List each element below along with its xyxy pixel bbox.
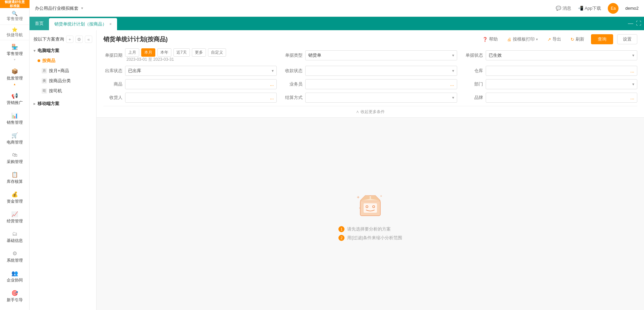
sidebar-item-inventory[interactable]: 📋 库存核算 (0, 168, 29, 188)
settings-button[interactable]: 设置 (617, 34, 637, 44)
base-icon: 🗂 (12, 231, 17, 237)
refresh-button[interactable]: ↻ 刷新 (568, 35, 587, 44)
tree-item-category-label: 按商品分类 (49, 78, 71, 84)
retail-icon: 🏪 (11, 44, 18, 50)
salesperson-label: 业务员 (283, 81, 305, 87)
sidebar-item-finance[interactable]: 💰 资金管理 (0, 188, 29, 208)
sidebar-item-operations[interactable]: 📈 经营管理 (0, 208, 29, 227)
tree-item-month-label: 按月+商品 (49, 68, 69, 74)
sidebar-item-apps[interactable]: 📱 应用中心 (0, 306, 29, 310)
guide-icon: 🎯 (11, 290, 18, 296)
tree-item-by-goods[interactable]: 按商品 (30, 56, 96, 66)
outstatus-value: 已出库 (128, 68, 141, 74)
sidebar-item-retail[interactable]: 🏪 零售管理 ▾ (0, 40, 29, 65)
collapse-panel-button[interactable]: « (85, 36, 92, 43)
filter-docstatus-cell: 单据状态 已生效 (464, 48, 637, 62)
receiptstatus-select[interactable] (305, 66, 457, 76)
app-download-button[interactable]: 📲 App下载 (578, 5, 601, 11)
this-year-btn[interactable]: 本年 (157, 48, 171, 57)
ecommerce-icon: 🛒 (11, 132, 18, 139)
tip-num-1: 1 (338, 226, 344, 232)
goods-input[interactable] (125, 79, 277, 89)
doctype-select[interactable]: 销货单 (305, 50, 457, 60)
sidebar-item-ecommerce[interactable]: 🛒 电商管理 (0, 129, 29, 149)
minimize-icon[interactable]: — (628, 20, 633, 27)
tab-bar: 首页 销货单统计计划（按商品） × — ⛶ (30, 17, 644, 30)
brand-input[interactable] (486, 93, 637, 103)
custom-btn[interactable]: 自定义 (208, 48, 226, 57)
collapse-filters-button[interactable]: ∧ 收起更多条件 (103, 106, 637, 117)
empty-state-icon: ✦ ✦ ✦ (354, 187, 387, 221)
tree-section-mobile-label: 移动端方案 (38, 101, 59, 107)
sidebar-item-purchase[interactable]: 🛍 采购管理 (0, 149, 29, 168)
sidebar-item-system[interactable]: ⚙ 系统管理 (0, 247, 29, 267)
search-button[interactable]: 查询 (591, 34, 613, 44)
print-button[interactable]: 🖨 按模板打印 ▾ (504, 35, 541, 44)
print-icon: 🖨 (507, 37, 512, 42)
user-name: demo2 (625, 6, 639, 11)
svg-text:✦: ✦ (380, 194, 382, 198)
maximize-icon[interactable]: ⛶ (636, 20, 641, 27)
marketing-icon: 📢 (11, 93, 18, 99)
header-right: 💬 消息 📲 App下载 Ea demo2 (556, 3, 639, 14)
doctype-value: 销货单 (308, 52, 321, 58)
filter-brand-cell: 品牌 (464, 93, 637, 103)
filter-receiptstatus-cell: 收款状态 (283, 66, 457, 76)
filter-row-2: 出库状态 已出库 收款状态 仓库 (103, 66, 637, 76)
brand-label: 品牌 (464, 95, 486, 101)
messages-button[interactable]: 💬 消息 (556, 5, 571, 11)
last-month-btn[interactable]: 上月 (125, 48, 139, 57)
tab-close-icon[interactable]: × (109, 22, 112, 27)
tree-section-pc-label: 电脑端方案 (38, 48, 59, 54)
app-logo[interactable]: 畅捷通好生意 标准版 (0, 0, 30, 8)
sidebar-search[interactable]: 🔍 零售管理 (0, 8, 29, 25)
sidebar-item-sales[interactable]: 📊 销售管理 (0, 109, 29, 129)
receiver-input[interactable] (125, 93, 277, 103)
help-label: 帮助 (489, 36, 498, 42)
sidebar-item-collab[interactable]: 👥 企业协同 (0, 267, 29, 287)
print-label: 按模板打印 (513, 36, 535, 42)
tree-section-pc[interactable]: ▾ 电脑端方案 (30, 46, 96, 56)
department-select[interactable] (486, 79, 637, 89)
panel-title-text: 按以下方案查询 (34, 36, 64, 42)
sidebar-item-label: 资金管理 (7, 199, 23, 204)
finance-icon: 💰 (11, 191, 18, 198)
last7-btn[interactable]: 近7天 (173, 48, 190, 57)
this-month-btn[interactable]: 本月 (141, 48, 155, 57)
docstatus-select[interactable]: 已生效 (486, 50, 637, 60)
tab-sales-stats[interactable]: 销货单统计计划（按商品） × (49, 18, 117, 30)
panel-title: 按以下方案查询 + ⚙ « (30, 34, 96, 46)
sidebar-item-wholesale[interactable]: 📦 批发管理 ▴ (0, 65, 29, 89)
empty-state: ✦ ✦ ✦ 1 请先选择要分析的方案 2 用[过滤]条件来缩小分析范围 (338, 187, 402, 241)
payment-select[interactable] (305, 93, 457, 103)
sidebar-item-label: 批发管理 (7, 75, 23, 81)
tab-home[interactable]: 首页 (30, 17, 49, 30)
app-download-label: App下载 (585, 5, 601, 11)
collapse-btn-label: ∧ 收起更多条件 (356, 109, 384, 115)
filter-department-cell: 部门 (464, 79, 637, 89)
add-scheme-button[interactable]: + (66, 36, 73, 43)
help-button[interactable]: ❓ 帮助 (480, 35, 500, 44)
sidebar-item-guide[interactable]: 🎯 新手引导 (0, 287, 29, 306)
workspace-arrow-icon[interactable]: ▾ (81, 6, 83, 10)
warehouse-input[interactable] (486, 66, 637, 76)
more-btn[interactable]: 更多 (192, 48, 206, 57)
sidebar-item-base[interactable]: 🗂 基础信息 (0, 227, 29, 247)
tree-section-mobile[interactable]: ▸ 移动端方案 (30, 99, 96, 109)
scheme-settings-button[interactable]: ⚙ (75, 36, 83, 43)
messages-label: 消息 (562, 5, 571, 11)
sidebar-quick-nav[interactable]: ⭐ 快捷导航 (0, 25, 29, 40)
tab-bar-end: — ⛶ (628, 20, 644, 27)
collapse-icon: « (87, 37, 90, 42)
sidebar-item-label: 系统管理 (7, 258, 23, 263)
tree-item-by-month-goods[interactable]: 月 按月+商品 (30, 66, 96, 76)
download-icon: 📲 (578, 6, 583, 11)
user-avatar[interactable]: Ea (608, 3, 619, 14)
salesperson-input[interactable] (305, 79, 457, 89)
export-button[interactable]: ↗ 导出 (545, 35, 564, 44)
tree-item-by-category[interactable]: 类 按商品分类 (30, 76, 96, 86)
outstatus-select[interactable]: 已出库 (125, 66, 277, 76)
page-actions: ❓ 帮助 🖨 按模板打印 ▾ ↗ 导出 ↻ (480, 34, 637, 44)
tree-item-by-scanner[interactable]: 司 按司机 (30, 86, 96, 96)
sidebar-item-marketing[interactable]: 📢 营销推广 (0, 89, 29, 109)
